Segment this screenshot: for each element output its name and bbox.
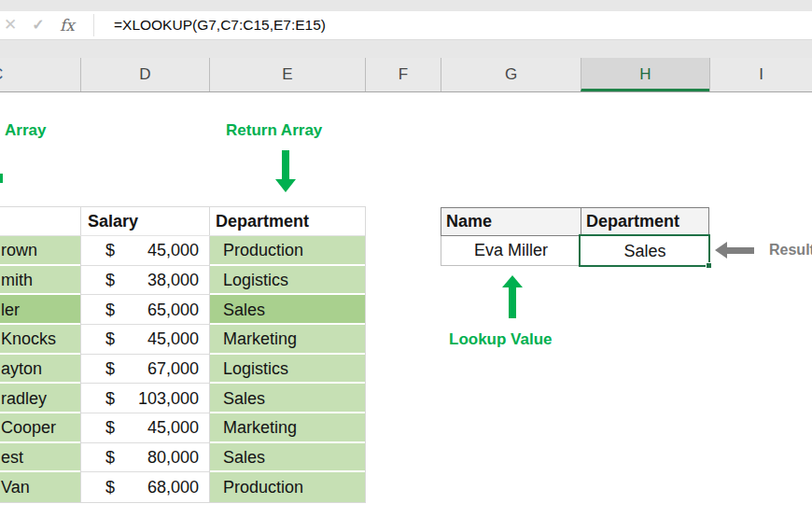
salary-cell[interactable]: $45,000	[80, 413, 209, 443]
salary-cell[interactable]: $67,000	[80, 355, 209, 385]
lookup-array-arrow-fragment-icon	[0, 174, 3, 183]
salary-cell[interactable]: $80,000	[80, 443, 209, 473]
salary-cell[interactable]: $38,000	[80, 266, 209, 296]
employee-table: Salary Department rown$45,000Productionm…	[0, 206, 366, 503]
column-header-c[interactable]: C	[0, 58, 80, 91]
table-row: rown$45,000Production	[0, 236, 365, 266]
column-header-i[interactable]: I	[709, 58, 812, 91]
currency-symbol: $	[105, 241, 115, 260]
name-cell[interactable]: Knocks	[0, 325, 80, 355]
table-row: ayton$67,000Logistics	[0, 355, 365, 385]
table-row: Van$68,000Production	[0, 472, 365, 502]
currency-symbol: $	[105, 478, 115, 497]
salary-amount: 38,000	[147, 271, 199, 290]
table-row: est$80,000Sales	[0, 443, 365, 473]
currency-symbol: $	[105, 448, 115, 468]
lookup-value-cell[interactable]: Eva Miller	[441, 236, 581, 266]
table-row: Cooper$45,000Marketing	[0, 413, 365, 443]
currency-symbol: $	[105, 301, 115, 320]
formula-bar-divider	[93, 14, 94, 36]
currency-symbol: $	[105, 389, 115, 409]
sheet-area: Array Return Array Salary Department row…	[0, 92, 812, 532]
result-label: Result	[769, 242, 812, 259]
cancel-icon[interactable]: ✕	[0, 11, 21, 39]
currency-symbol: $	[105, 329, 115, 349]
lookup-value-label: Lookup Value	[449, 330, 553, 349]
lookup-array-label: Array	[5, 121, 46, 140]
return-array-label: Return Array	[226, 121, 322, 140]
department-cell[interactable]: Sales	[209, 384, 365, 413]
salary-header-cell[interactable]: Salary	[80, 207, 209, 235]
salary-cell[interactable]: $65,000	[80, 295, 209, 325]
lookup-department-header-cell[interactable]: Department	[581, 208, 708, 235]
table-row: ler$65,000Sales	[0, 295, 365, 325]
salary-cell[interactable]: $45,000	[80, 236, 209, 266]
department-cell[interactable]: Marketing	[209, 325, 365, 355]
currency-symbol: $	[105, 271, 115, 290]
lookup-name-header-cell[interactable]: Name	[441, 208, 581, 235]
salary-amount: 65,000	[147, 301, 199, 320]
department-cell[interactable]: Marketing	[209, 413, 365, 443]
lookup-table-header: Name Department	[441, 207, 709, 236]
currency-symbol: $	[105, 418, 115, 438]
active-cell-selection-border	[579, 234, 710, 267]
name-cell[interactable]: est	[0, 443, 80, 473]
formula-input[interactable]: =XLOOKUP(G7,C7:C15,E7:E15)	[114, 11, 326, 39]
column-header-g[interactable]: G	[441, 58, 581, 91]
name-cell[interactable]: Cooper	[0, 413, 80, 443]
department-cell[interactable]: Logistics	[209, 355, 365, 385]
column-header-d[interactable]: D	[80, 58, 209, 91]
lookup-value-arrow-icon	[502, 275, 523, 318]
salary-amount: 45,000	[147, 329, 199, 349]
result-arrow-icon	[715, 242, 754, 259]
department-cell[interactable]: Production	[209, 472, 365, 502]
department-cell[interactable]: Logistics	[209, 266, 365, 296]
currency-symbol: $	[105, 359, 115, 379]
department-cell[interactable]: Sales	[209, 443, 365, 473]
salary-amount: 103,000	[138, 389, 199, 409]
employee-table-body: rown$45,000Productionmith$38,000Logistic…	[0, 236, 365, 502]
salary-amount: 67,000	[147, 359, 199, 379]
name-cell[interactable]: Van	[0, 472, 80, 502]
fill-handle[interactable]	[706, 262, 712, 269]
return-array-arrow-icon	[274, 150, 297, 193]
salary-amount: 45,000	[147, 241, 199, 260]
formula-bar-inner: ✕ ✓ fx =XLOOKUP(G7,C7:C15,E7:E15)	[0, 11, 812, 40]
salary-cell[interactable]: $45,000	[80, 325, 209, 355]
department-cell[interactable]: Production	[209, 236, 365, 266]
name-header-cell[interactable]	[0, 207, 80, 235]
lookup-result-table: Name Department Eva Miller Sales	[441, 207, 709, 266]
salary-amount: 68,000	[147, 478, 199, 497]
enter-icon[interactable]: ✓	[28, 11, 49, 39]
column-header-f[interactable]: F	[365, 58, 441, 91]
salary-amount: 45,000	[147, 418, 199, 438]
table-row: radley$103,000Sales	[0, 384, 365, 413]
formula-bar: ✕ ✓ fx =XLOOKUP(G7,C7:C15,E7:E15)	[0, 0, 812, 58]
salary-amount: 80,000	[147, 448, 199, 468]
salary-cell[interactable]: $103,000	[80, 384, 209, 413]
name-cell[interactable]: mith	[0, 266, 80, 296]
excel-window: ✕ ✓ fx =XLOOKUP(G7,C7:C15,E7:E15) C D E …	[0, 0, 812, 532]
employee-table-header: Salary Department	[0, 207, 365, 236]
name-cell[interactable]: rown	[0, 236, 80, 266]
column-header-row: C D E F G H I	[0, 58, 812, 92]
table-row: mith$38,000Logistics	[0, 266, 365, 296]
salary-cell[interactable]: $68,000	[80, 472, 209, 502]
department-header-cell[interactable]: Department	[209, 207, 365, 235]
name-cell[interactable]: radley	[0, 384, 80, 413]
name-cell[interactable]: ayton	[0, 355, 80, 385]
insert-function-icon[interactable]: fx	[56, 11, 78, 39]
column-header-h-selected[interactable]: H	[581, 58, 709, 91]
column-header-e[interactable]: E	[209, 58, 365, 91]
table-row: Knocks$45,000Marketing	[0, 325, 365, 355]
department-cell[interactable]: Sales	[209, 295, 365, 325]
name-cell[interactable]: ler	[0, 295, 80, 325]
